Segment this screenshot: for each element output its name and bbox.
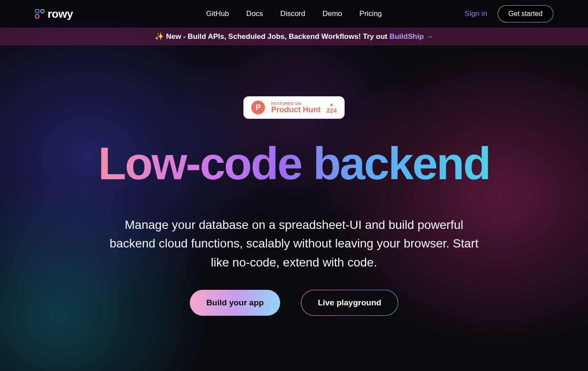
signin-link[interactable]: Sign in: [465, 10, 487, 18]
banner-link[interactable]: BuildShip →: [390, 32, 433, 41]
svg-rect-1: [35, 15, 39, 18]
build-app-button[interactable]: Build your app: [190, 290, 280, 316]
banner-text: ✨ New - Build APIs, Scheduled Jobs, Back…: [155, 32, 389, 41]
product-hunt-icon: P: [251, 101, 265, 114]
live-playground-button[interactable]: Live playground: [301, 290, 398, 316]
product-hunt-votes: ▲ 224: [326, 101, 336, 114]
hero-title: Low-code backend: [0, 140, 588, 186]
header-right: Sign in Get started: [465, 5, 553, 22]
svg-rect-2: [41, 10, 44, 13]
upvote-icon: ▲: [329, 101, 334, 107]
nav-github[interactable]: GitHub: [206, 10, 229, 18]
hero-section: P FEATURED ON Product Hunt ▲ 224 Low-cod…: [0, 45, 588, 316]
nav-discord[interactable]: Discord: [280, 10, 305, 18]
product-hunt-name: Product Hunt: [271, 106, 320, 114]
logo-icon: [35, 9, 45, 19]
nav-demo[interactable]: Demo: [323, 10, 342, 18]
hero-buttons: Build your app Live playground: [0, 290, 588, 316]
logo[interactable]: rowy: [35, 7, 73, 21]
brand-name: rowy: [48, 7, 73, 21]
product-hunt-count: 224: [326, 107, 336, 114]
get-started-button[interactable]: Get started: [498, 5, 553, 22]
nav-docs[interactable]: Docs: [246, 10, 263, 18]
product-hunt-text: FEATURED ON Product Hunt: [271, 101, 320, 114]
announcement-banner: ✨ New - Build APIs, Scheduled Jobs, Back…: [0, 28, 588, 45]
main-nav: GitHub Docs Discord Demo Pricing: [206, 10, 382, 18]
hero-subtitle: Manage your database on a spreadsheet-UI…: [108, 216, 480, 272]
nav-pricing[interactable]: Pricing: [359, 10, 382, 18]
product-hunt-badge[interactable]: P FEATURED ON Product Hunt ▲ 224: [243, 96, 344, 119]
header: rowy GitHub Docs Discord Demo Pricing Si…: [0, 0, 588, 28]
svg-rect-0: [35, 10, 39, 13]
